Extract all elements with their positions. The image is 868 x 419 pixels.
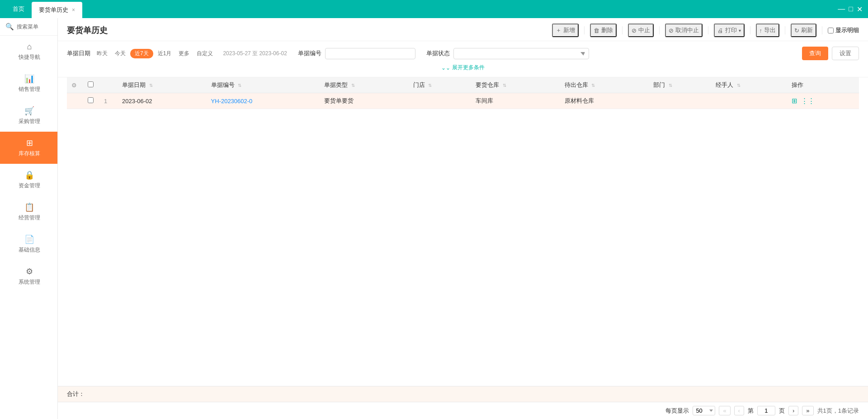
per-page-label: 每页显示: [665, 407, 689, 415]
divider6: [785, 26, 785, 34]
expand-more-row: ⌄⌄ 展开更多条件: [67, 64, 859, 71]
shortcut-yesterday[interactable]: 昨天: [94, 49, 110, 58]
finance-icon: 🔒: [24, 170, 34, 180]
last-page-btn[interactable]: »: [802, 406, 813, 415]
new-button[interactable]: ＋ 新增: [552, 24, 579, 37]
main-table: ⚙ 单据日期 ⇅ 单据编号 ⇅: [67, 77, 859, 109]
sort-dept-icon[interactable]: ⇅: [669, 83, 672, 88]
toolbar: ＋ 新增 🗑 删除 ⊘ 中止 ⊘ 取消中止 🖨: [552, 24, 859, 37]
sidebar-item-quick-nav[interactable]: ⌂ 快捷导航: [0, 36, 57, 67]
system-icon: ⚙: [26, 267, 33, 276]
row-store: [409, 93, 471, 109]
th-num: [99, 77, 118, 93]
sidebar-item-sales[interactable]: 📊 销售管理: [0, 67, 57, 100]
query-button[interactable]: 查询: [802, 47, 828, 60]
page-suffix: 页: [779, 407, 785, 415]
close-icon[interactable]: ✕: [857, 5, 863, 14]
print-button[interactable]: 🖨 打印 ▾: [714, 24, 745, 37]
page-title: 要货单历史: [67, 25, 108, 36]
next-page-btn[interactable]: ›: [788, 406, 798, 415]
prev-page-btn[interactable]: ‹: [734, 406, 744, 415]
shortcut-7days[interactable]: 近7天: [130, 49, 153, 58]
select-all-checkbox[interactable]: [88, 81, 94, 87]
sort-date-icon[interactable]: ⇅: [149, 83, 153, 88]
minimize-icon[interactable]: —: [838, 5, 845, 13]
shortcut-more[interactable]: 更多: [176, 49, 192, 58]
shortcut-today[interactable]: 今天: [112, 49, 128, 58]
page-input[interactable]: [757, 406, 775, 415]
sidebar-item-system[interactable]: ⚙ 系统管理: [0, 260, 57, 292]
cancel-stop-button[interactable]: ⊘ 取消中止: [665, 24, 703, 37]
sort-store-icon[interactable]: ⇅: [428, 83, 432, 88]
export-icon: ↑: [760, 27, 763, 34]
th-date: 单据日期 ⇅: [118, 77, 207, 93]
expand-more-btn[interactable]: ⌄⌄ 展开更多条件: [441, 64, 485, 71]
stop-button[interactable]: ⊘ 中止: [628, 24, 654, 37]
filter-date: 单据日期 昨天 今天 近7天 近1月 更多 自定义 2023-05-27 至 2…: [67, 49, 287, 58]
sidebar-item-basic[interactable]: 📄 基础信息: [0, 228, 57, 260]
date-filter-label: 单据日期: [67, 49, 90, 57]
table-row: 1 2023-06-02 YH-20230602-0 要货单要货: [67, 93, 859, 109]
expand-icon: ⌄⌄: [441, 65, 450, 71]
settings-button[interactable]: 设置: [832, 47, 859, 60]
doc-no-label: 单据编号: [298, 49, 321, 57]
th-handler: 经手人 ⇅: [711, 77, 787, 93]
print-icon: 🖨: [717, 27, 723, 34]
search-icon: 🔍: [5, 23, 14, 31]
row-edit-icon[interactable]: ⊞: [792, 97, 797, 105]
filter-doc-no: 单据编号: [298, 48, 415, 59]
pagination-bar: 每页显示 10 20 50 100 « ‹ 第 页 › » 共1页，1条记录: [58, 402, 868, 419]
doc-no-input[interactable]: [325, 48, 415, 59]
doc-status-select[interactable]: [453, 48, 589, 59]
sidebar-search[interactable]: 🔍 搜索菜单: [0, 18, 57, 36]
page-header: 要货单历史 ＋ 新增 🗑 删除 ⊘ 中止 ⊘ 取消中止: [58, 18, 868, 41]
row-select-checkbox[interactable]: [88, 97, 94, 103]
settings-icon[interactable]: ⚙: [71, 82, 77, 89]
show-detail-checkbox-label[interactable]: 显示明细: [828, 26, 859, 34]
maximize-icon[interactable]: □: [849, 5, 853, 13]
doc-no-link[interactable]: YH-20230602-0: [211, 98, 253, 105]
divider3: [659, 26, 660, 34]
th-pending-warehouse: 待出仓库 ⇅: [560, 77, 649, 93]
first-page-btn[interactable]: «: [719, 406, 730, 415]
sort-handler-icon[interactable]: ⇅: [737, 83, 741, 88]
page-label: 第: [748, 407, 754, 415]
filter-buttons: 查询 设置: [802, 47, 859, 60]
th-doc-type: 单据类型 ⇅: [320, 77, 409, 93]
sidebar-item-inventory[interactable]: ⊞ 库存核算: [0, 132, 57, 164]
th-settings: ⚙: [67, 77, 83, 93]
shortcut-1month[interactable]: 近1月: [155, 49, 175, 58]
sort-doctype-icon[interactable]: ⇅: [351, 83, 355, 88]
print-dropdown-icon: ▾: [739, 28, 741, 33]
tab-active[interactable]: 要货单历史 ×: [32, 2, 82, 18]
row-num: 1: [99, 93, 118, 109]
show-detail-checkbox[interactable]: [828, 28, 834, 33]
sort-pendwh-icon[interactable]: ⇅: [591, 83, 595, 88]
row-settings: [67, 93, 83, 109]
operations-icon: 📋: [24, 202, 34, 212]
cancel-stop-icon: ⊘: [669, 27, 674, 34]
window-controls: — □ ✕: [838, 5, 863, 14]
refresh-button[interactable]: ↻ 刷新: [791, 24, 816, 37]
tab-close-icon[interactable]: ×: [72, 7, 75, 13]
sidebar-item-finance[interactable]: 🔒 资金管理: [0, 164, 57, 196]
shortcut-custom[interactable]: 自定义: [194, 49, 216, 58]
tab-home[interactable]: 首页: [5, 0, 32, 18]
top-bar: 首页 要货单历史 × — □ ✕: [0, 0, 868, 18]
sort-reqwh-icon[interactable]: ⇅: [503, 83, 506, 88]
delete-icon: 🗑: [594, 27, 599, 34]
row-more-icon[interactable]: ⋮⋮: [801, 97, 815, 105]
date-range-display: 2023-05-27 至 2023-06-02: [223, 50, 287, 57]
table-container: ⚙ 单据日期 ⇅ 单据编号 ⇅: [58, 77, 868, 386]
row-date: 2023-06-02: [118, 93, 207, 109]
sort-docno-icon[interactable]: ⇅: [238, 83, 241, 88]
sidebar-item-purchase[interactable]: 🛒 采购管理: [0, 100, 57, 132]
quick-nav-icon: ⌂: [27, 42, 32, 52]
per-page-select[interactable]: 10 20 50 100: [693, 406, 715, 415]
th-action: 操作: [787, 77, 859, 93]
row-checkbox: [83, 93, 99, 109]
delete-button[interactable]: 🗑 删除: [590, 24, 617, 37]
sidebar-item-operations[interactable]: 📋 经营管理: [0, 196, 57, 228]
export-button[interactable]: ↑ 导出: [756, 24, 780, 37]
th-checkbox: [83, 77, 99, 93]
